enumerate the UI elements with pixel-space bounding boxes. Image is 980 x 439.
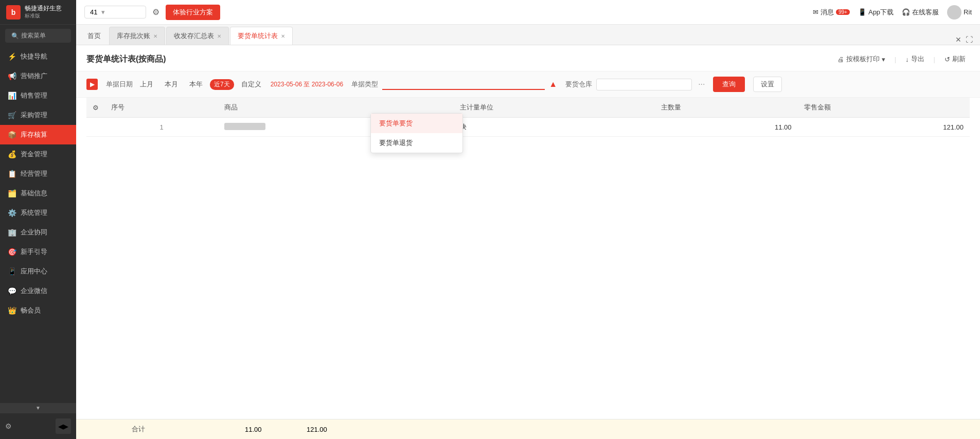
print-icon: 🖨 bbox=[838, 56, 844, 63]
tab-close-summary[interactable]: ✕ bbox=[217, 33, 221, 39]
warehouse-filter-input[interactable] bbox=[596, 79, 692, 90]
trial-btn[interactable]: 体验行业方案 bbox=[166, 5, 220, 20]
tab-close-batch[interactable]: ✕ bbox=[153, 33, 157, 39]
sidebar-item-label-finance: 资金管理 bbox=[21, 150, 47, 159]
app-name-block: 畅捷通好生意 标准版 bbox=[25, 5, 62, 20]
refresh-label: 刷新 bbox=[952, 54, 966, 64]
date-custom-btn[interactable]: 自定义 bbox=[237, 78, 265, 90]
settings-bottom-icon[interactable]: ⚙ bbox=[5, 422, 12, 430]
date-cur-month-btn[interactable]: 本月 bbox=[161, 78, 182, 90]
query-btn[interactable]: 查询 bbox=[713, 77, 745, 92]
type-dropdown: 要货单要货 要货单退货 bbox=[370, 113, 463, 153]
message-icon: ✉ bbox=[813, 8, 818, 16]
page-title: 要货单统计表(按商品) bbox=[86, 54, 166, 65]
tab-close-order_stats[interactable]: ✕ bbox=[281, 33, 285, 39]
warehouse-filter-label: 要货仓库 bbox=[565, 80, 592, 89]
row-gear-0 bbox=[86, 118, 105, 137]
app-logo: b 畅捷通好生意 标准版 bbox=[0, 0, 76, 25]
user-name: Rit bbox=[964, 8, 972, 16]
export-label: 导出 bbox=[911, 54, 924, 64]
download-icon: 📱 bbox=[858, 8, 866, 16]
app-sub: 标准版 bbox=[25, 12, 62, 20]
sidebar-item-wechat[interactable]: 💬企业微信 bbox=[0, 281, 76, 301]
tab-label-order_stats: 要货单统计表 bbox=[238, 31, 278, 41]
app-name: 畅捷通好生意 bbox=[25, 5, 62, 13]
filter-settings-btn[interactable]: 设置 bbox=[753, 77, 782, 92]
total-amount: 121.00 bbox=[300, 426, 362, 433]
table-container: ⚙ 序号 商品 主计量单位 主数量 零售金额 1 块 11.00 121.00 bbox=[76, 98, 980, 419]
app-download-btn[interactable]: 📱 App下载 bbox=[858, 8, 894, 17]
tab-close-all-btn[interactable]: ✕ bbox=[953, 34, 964, 45]
logo-icon: b bbox=[6, 5, 21, 20]
appcenter-icon: 📱 bbox=[7, 267, 16, 276]
search-label: 搜索菜单 bbox=[21, 31, 46, 40]
sidebar-nav: ⚡快捷导航📢营销推广📊销售管理🛒采购管理📦库存核算💰资金管理📋经营管理🗂️基础信… bbox=[0, 47, 76, 403]
filter-bar: ▶ 单据日期 上月 本月 本年 近7天 自定义 2023-05-06 至 202… bbox=[76, 71, 980, 98]
message-btn[interactable]: ✉ 消息 99+ bbox=[813, 8, 850, 17]
type-filter-clear-icon[interactable]: ▲ bbox=[549, 80, 557, 89]
online-service-btn[interactable]: 🎧 在线客服 bbox=[902, 8, 939, 17]
tab-label-batch: 库存批次账 bbox=[117, 31, 150, 41]
sidebar-item-enterprise[interactable]: 🏢企业协同 bbox=[0, 223, 76, 242]
tab-maximize-btn[interactable]: ⛶ bbox=[964, 34, 975, 45]
sidebar-item-label-sales: 销售管理 bbox=[21, 91, 47, 100]
finance-icon: 💰 bbox=[7, 150, 16, 159]
enterprise-icon: 🏢 bbox=[7, 228, 16, 237]
dropdown-item-order[interactable]: 要货单要货 bbox=[371, 114, 462, 133]
dropdown-item-return[interactable]: 要货单退货 bbox=[371, 133, 462, 153]
sidebar-bottom: ⚙ ◀▶ bbox=[0, 413, 76, 439]
topbar-settings-icon[interactable]: ⚙ bbox=[152, 7, 159, 17]
tab-summary[interactable]: 收发存汇总表✕ bbox=[166, 27, 229, 45]
sidebar-item-purchase[interactable]: 🛒采购管理 bbox=[0, 105, 76, 125]
print-label: 按模板打印 bbox=[846, 54, 880, 64]
topbar-right: ✉ 消息 99+ 📱 App下载 🎧 在线客服 Rit bbox=[813, 5, 972, 20]
sidebar-item-system[interactable]: ⚙️系统管理 bbox=[0, 203, 76, 223]
company-selector-text: 41 bbox=[90, 8, 97, 16]
sidebar-item-member[interactable]: 👑畅会员 bbox=[0, 301, 76, 320]
sidebar-item-quicknav[interactable]: ⚡快捷导航 bbox=[0, 47, 76, 66]
sidebar-item-label-member: 畅会员 bbox=[21, 306, 41, 315]
sales-icon: 📊 bbox=[7, 91, 16, 100]
guide-icon: 🎯 bbox=[7, 247, 16, 257]
tab-order_stats[interactable]: 要货单统计表✕ bbox=[230, 27, 293, 45]
sidebar-item-sales[interactable]: 📊销售管理 bbox=[0, 86, 76, 105]
sidebar-item-appcenter[interactable]: 📱应用中心 bbox=[0, 262, 76, 281]
sidebar: b 畅捷通好生意 标准版 🔍 搜索菜单 ⚡快捷导航📢营销推广📊销售管理🛒采购管理… bbox=[0, 0, 76, 439]
message-label: 消息 bbox=[821, 8, 834, 17]
filter-expand-btn[interactable]: ▶ bbox=[86, 79, 98, 90]
date-recent-7-btn[interactable]: 近7天 bbox=[210, 79, 234, 90]
wechat-icon: 💬 bbox=[7, 286, 16, 296]
export-btn[interactable]: ↓ 导出 bbox=[901, 52, 929, 66]
col-gear-header[interactable]: ⚙ bbox=[86, 98, 105, 118]
marketing-icon: 📢 bbox=[7, 71, 16, 81]
col-unit-header: 主计量单位 bbox=[454, 98, 655, 118]
tab-batch[interactable]: 库存批次账✕ bbox=[109, 27, 165, 45]
company-selector[interactable]: 41 ▾ bbox=[84, 6, 146, 19]
sidebar-item-finance[interactable]: 💰资金管理 bbox=[0, 144, 76, 164]
sidebar-item-label-appcenter: 应用中心 bbox=[21, 267, 47, 276]
tab-home[interactable]: 首页 bbox=[80, 27, 108, 45]
refresh-btn[interactable]: ↺ 刷新 bbox=[940, 52, 970, 66]
sidebar-item-label-inventory: 库存核算 bbox=[21, 130, 47, 139]
date-prev-month-btn[interactable]: 上月 bbox=[136, 78, 157, 90]
type-filter-input[interactable] bbox=[382, 79, 545, 90]
purchase-icon: 🛒 bbox=[7, 111, 16, 120]
chevron-down-icon: ▾ bbox=[101, 8, 105, 16]
sidebar-item-operations[interactable]: 📋经营管理 bbox=[0, 164, 76, 184]
sidebar-item-inventory[interactable]: 📦库存核算 bbox=[0, 125, 76, 144]
app-download-label: App下载 bbox=[868, 8, 894, 17]
sidebar-scroll-down[interactable]: ▼ bbox=[0, 403, 76, 413]
col-num-header: 序号 bbox=[105, 98, 218, 118]
sidebar-item-basic[interactable]: 🗂️基础信息 bbox=[0, 184, 76, 203]
table-footer: 合计 11.00 121.00 bbox=[76, 419, 980, 439]
sidebar-item-marketing[interactable]: 📢营销推广 bbox=[0, 66, 76, 86]
user-avatar[interactable]: Rit bbox=[947, 5, 972, 20]
row-unit-0: 块 bbox=[454, 118, 655, 137]
type-filter-label: 单据类型 bbox=[351, 80, 378, 89]
filter-more-dots-icon[interactable]: ··· bbox=[698, 80, 705, 89]
sidebar-collapse-btn[interactable]: ◀▶ bbox=[56, 418, 71, 434]
sidebar-item-guide[interactable]: 🎯新手引导 bbox=[0, 242, 76, 262]
print-btn[interactable]: 🖨 按模板打印 ▾ bbox=[833, 52, 889, 66]
date-cur-year-btn[interactable]: 本年 bbox=[185, 78, 207, 90]
sidebar-search[interactable]: 🔍 搜索菜单 bbox=[5, 29, 71, 43]
